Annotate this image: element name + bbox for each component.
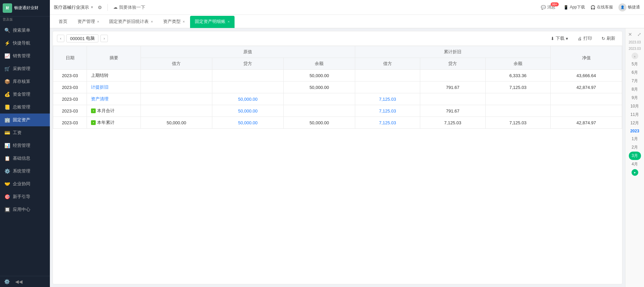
purchase-icon: 🛒	[4, 66, 10, 71]
print-button[interactable]: 🖨 打印	[575, 34, 595, 43]
col-net-value: 净值	[551, 46, 622, 70]
sidebar-item-operations[interactable]: 📊 经营管理	[0, 139, 50, 152]
sidebar-item-label: 搜索菜单	[13, 27, 30, 33]
timeline-down-chevron[interactable]: ▾	[632, 169, 638, 176]
sidebar-item-label: 资金管理	[13, 91, 30, 97]
sidebar-item-basic-info[interactable]: 📋 基础信息	[0, 152, 50, 165]
app-center-icon: 🔲	[4, 207, 10, 212]
sidebar-item-app-center[interactable]: 🔲 应用中心	[0, 203, 50, 216]
tab-depreciation-stats[interactable]: 固定资产折旧统计表 ×	[104, 16, 157, 28]
sidebar-item-label: 企业协同	[13, 181, 30, 187]
timeline-month-item[interactable]: 11月	[629, 110, 641, 119]
tab-home[interactable]: 首页	[54, 16, 72, 28]
app-download-label: App下载	[570, 4, 585, 10]
tab-home-label: 首页	[59, 19, 67, 25]
timeline-month-item[interactable]: 10月	[629, 102, 641, 110]
next-asset-button[interactable]: ›	[100, 35, 108, 42]
download-label: 下载	[556, 35, 564, 41]
cell-date: 2023-03	[53, 82, 87, 93]
panel-toolbar: ‹ 000001 电脑 › ⬇ 下载 ▾ 🖨 打印	[53, 31, 622, 46]
settings-icon[interactable]: ⚙️	[4, 279, 10, 284]
timeline-up-chevron[interactable]: ▴	[632, 53, 638, 59]
online-support-button[interactable]: 🎧 在线客服	[590, 4, 613, 10]
user-menu[interactable]: 👤 畅捷通	[618, 3, 640, 11]
col-accumulated-depreciation: 累计折旧	[355, 46, 550, 58]
basic-info-icon: 📋	[4, 156, 10, 161]
timeline-month-item[interactable]: 3月	[629, 152, 641, 160]
refresh-button[interactable]: ↻ 刷新	[599, 34, 618, 43]
tab-asset-type[interactable]: 资产类型 ×	[158, 16, 189, 28]
operations-icon: 📊	[4, 143, 10, 148]
cell-accum-balance: 7,125.03	[485, 117, 550, 129]
tab-asset-management-close[interactable]: ×	[97, 20, 99, 24]
sidebar-item-fixed-assets[interactable]: 🏢 固定资产	[0, 114, 50, 126]
table-wrapper: 日期 摘要 原值 累计折旧 净值 借方 贷方 余额 借方 贷方 余额	[53, 46, 622, 284]
cell-orig-credit: 50,000.00	[212, 93, 283, 105]
cell-summary: 计提折旧	[87, 82, 141, 93]
quick-nav-icon: ⚡	[4, 40, 10, 46]
col-accum-credit: 贷方	[420, 58, 485, 70]
topbar-divider	[108, 4, 108, 11]
settings-gear-icon[interactable]: ⚙	[98, 5, 102, 10]
tab-asset-detail[interactable]: 固定资产明细账 ×	[190, 16, 234, 28]
sidebar-item-quick-nav[interactable]: ⚡ 快捷导航	[0, 37, 50, 50]
download-arrow-icon: ▾	[566, 36, 568, 41]
finance-icon: 💰	[4, 92, 10, 97]
cell-accum-debit	[355, 82, 420, 93]
timeline-month-item[interactable]: 6月	[629, 68, 641, 77]
timeline-month-item[interactable]: 8月	[629, 85, 641, 94]
timeline-close-button[interactable]: ✕	[627, 30, 634, 38]
download-button[interactable]: ⬇ 下载 ▾	[548, 34, 571, 43]
sidebar-item-sales[interactable]: 📈 销售管理	[0, 50, 50, 62]
company-name: 医疗器械行业演示	[54, 4, 89, 10]
cell-net-value: 42,874.97	[551, 82, 622, 93]
topbar-right: 💬 消息 99+ 📱 App下载 🎧 在线客服 👤 畅捷通	[541, 3, 640, 11]
col-summary: 摘要	[87, 46, 141, 70]
timeline-expand-button[interactable]: ⤢	[636, 30, 643, 38]
col-orig-credit: 贷方	[212, 58, 283, 70]
timeline-month-item[interactable]: 7月	[629, 77, 641, 85]
cell-orig-credit: 50,000.00	[212, 105, 283, 117]
cell-summary: 上期结转	[87, 70, 141, 82]
sidebar-item-label: 库存核算	[13, 78, 30, 85]
timeline-month-item[interactable]: 2023	[629, 127, 641, 135]
sidebar-item-guide[interactable]: 🎯 新手引导	[0, 190, 50, 203]
sidebar-item-system[interactable]: ⚙️ 系统管理	[0, 165, 50, 178]
timeline-month-item[interactable]: 9月	[629, 94, 641, 102]
notification-button[interactable]: 💬 消息 99+	[541, 4, 555, 10]
sidebar-item-ledger[interactable]: 📒 总账管理	[0, 101, 50, 114]
experience-icon: ☁	[113, 5, 118, 10]
timeline-month-item[interactable]: 2月	[629, 143, 641, 152]
cell-date: 2023-03	[53, 70, 87, 82]
tab-depreciation-stats-close[interactable]: ×	[151, 20, 153, 24]
cell-date: 2023-03	[53, 105, 87, 117]
timeline-month-item[interactable]: 1月	[629, 135, 641, 143]
sales-icon: 📈	[4, 53, 10, 59]
sidebar-item-search[interactable]: 🔍 搜索菜单	[0, 24, 50, 37]
sidebar-item-purchase[interactable]: 🛒 采购管理	[0, 62, 50, 75]
sidebar-edition: 普及版	[0, 17, 50, 24]
tab-asset-management[interactable]: 资产管理 ×	[73, 16, 104, 28]
app-download-button[interactable]: 📱 App下载	[563, 4, 585, 10]
sidebar-item-salary[interactable]: 💳 工资	[0, 126, 50, 139]
sidebar-item-label: 系统管理	[13, 168, 30, 174]
cell-accum-credit	[420, 70, 485, 82]
tab-asset-detail-close[interactable]: ×	[227, 20, 229, 24]
timeline-month-item[interactable]: 12月	[629, 119, 641, 127]
prev-asset-button[interactable]: ‹	[57, 35, 64, 42]
timeline-month-item[interactable]: 5月	[629, 60, 641, 68]
cell-accum-debit: 7,125.03	[355, 93, 420, 105]
cell-accum-debit	[355, 70, 420, 82]
cell-accum-balance: 6,333.36	[485, 70, 550, 82]
sidebar-item-finance[interactable]: 💰 资金管理	[0, 88, 50, 101]
experience-button[interactable]: ☁ 我要体验一下	[113, 4, 145, 10]
tab-asset-type-close[interactable]: ×	[183, 20, 185, 24]
cell-orig-credit: 50,000.00	[212, 117, 283, 129]
timeline-month-item[interactable]: 4月	[629, 160, 641, 168]
company-selector[interactable]: 医疗器械行业演示 ▼	[54, 4, 94, 10]
sidebar-item-label: 采购管理	[13, 66, 30, 72]
sidebar-item-enterprise[interactable]: 🤝 企业协同	[0, 178, 50, 190]
collapse-icon[interactable]: ◀◀	[15, 279, 23, 284]
cell-orig-credit	[212, 70, 283, 82]
sidebar-item-inventory[interactable]: 📦 库存核算	[0, 75, 50, 88]
